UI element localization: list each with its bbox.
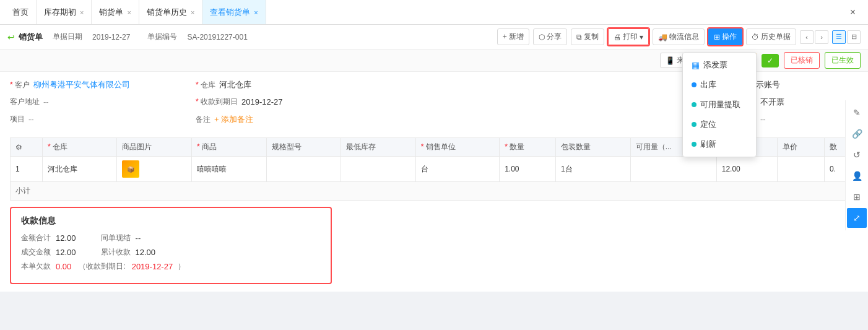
row-pack-qty: 1台 [556,157,631,182]
list-view-icon[interactable]: ☰ [832,30,846,44]
tab-home[interactable]: 首页 [5,0,37,24]
col-warehouse: 仓库 [42,138,117,157]
tab-inventory-close[interactable]: × [80,9,84,16]
row-current: 12.00 [716,157,777,182]
voided-button[interactable]: 已核销 [784,52,820,69]
operation-button[interactable]: ⊞ 操作 [708,28,742,45]
operation-dropdown: ▦ 添发票 出库 可用量提取 定位 刷新 [682,52,757,157]
grid-icon: ⊞ [714,33,720,41]
copy-icon: ⧉ [576,33,582,41]
arrears-date: 2019-12-27 [132,262,173,271]
subtotal-row: 小计 [11,182,858,201]
tab-view-sales-close[interactable]: × [254,9,258,16]
tab-view-sales[interactable]: 查看销货单 × [202,0,266,24]
tab-inventory-label: 库存期初 [44,7,76,18]
refresh-item[interactable]: 刷新 [683,134,756,154]
arrears-suffix: （收款到期日: [79,261,125,272]
expand-sidebar-icon[interactable]: ⤢ [847,208,867,228]
tab-inventory[interactable]: 库存期初 × [37,0,92,24]
link-sidebar-icon[interactable]: 🔗 [847,124,867,144]
subtotal-label: 小计 [11,182,858,201]
payment-title: 收款信息 [21,215,321,227]
address-field: 客户地址 -- [10,97,146,107]
cumulative-field: 累计收款 12.00 [101,247,156,258]
tab-sales-history-label: 销货单历史 [147,7,187,18]
edit-sidebar-icon[interactable]: ✎ [847,103,867,123]
row-warehouse: 河北仓库 [42,157,117,182]
total-label: 金额合计 [21,233,51,243]
grid-view-icon[interactable]: ⊟ [847,30,861,44]
col-price: 单价 [778,138,825,157]
add-invoice-item[interactable]: ▦ 添发票 [683,55,756,75]
project-value: -- [28,115,34,124]
table-sidebar-icon[interactable]: ⊞ [847,187,867,207]
row-available [630,157,716,182]
available-qty-item[interactable]: 可用量提取 [683,95,756,115]
next-arrow[interactable]: › [815,30,828,44]
tab-sales-close[interactable]: × [127,9,131,16]
printer-icon: 🖨 [614,33,621,41]
warehouse-label: 仓库 [196,80,215,90]
tab-view-sales-label: 查看销货单 [210,7,250,18]
tab-sales-history[interactable]: 销货单历史 × [139,0,202,24]
customer-field: 客户 柳州粤港平安气体有限公司 [10,79,146,90]
logistics-button[interactable]: 🚚 物流信息 [653,28,705,45]
history-button[interactable]: ⏱ 历史单据 [746,28,796,45]
date-value: 2019-12-27 [92,33,130,41]
date-label: 单据日期 [53,32,82,42]
layout-icons: ☰ ⊟ [832,30,861,44]
arrears-end: ） [178,261,185,272]
row-unit: 台 [415,157,499,182]
col-settings[interactable]: ⚙ [11,138,43,157]
effect-button[interactable]: 已生效 [825,52,861,69]
copy-button[interactable]: ⧉ 复制 [571,28,604,45]
project-field: 项目 -- [10,114,146,124]
rotate-sidebar-icon[interactable]: ↺ [847,145,867,165]
refresh-dot-icon [692,142,697,147]
col-image: 商品图片 [117,138,192,157]
warehouse-field: 仓库 河北仓库 [196,79,332,90]
due-date-label: 收款到期日 [196,97,238,107]
tab-sales[interactable]: 销货单 × [92,0,139,24]
right-sidebar: ✎ 🔗 ↺ 👤 ⊞ ⤢ [845,100,868,230]
doc-title-section: ↩ 销货单 [7,32,43,43]
number-value: SA-20191227-001 [187,33,247,41]
customer-label: 客户 [10,80,30,90]
col-unit: 销售单位 [415,138,499,157]
window-close-button[interactable]: × [843,7,863,18]
payment-info-box: 收款信息 金额合计 12.00 同单现结 -- 成交金额 12.00 累计收款 … [10,207,332,284]
col-product: 商品 [192,138,267,157]
same-order-value: -- [136,233,141,243]
tab-sales-label: 销货单 [99,7,123,18]
same-order-label: 同单现结 [101,233,131,243]
confirm-button[interactable]: ✓ [762,54,779,67]
tab-bar: 首页 库存期初 × 销货单 × 销货单历史 × 查看销货单 × × [0,0,868,25]
ship-item[interactable]: 出库 [683,75,756,95]
locate-dot-icon [692,122,697,127]
same-order-field: 同单现结 -- [101,233,141,243]
tab-sales-history-close[interactable]: × [191,9,194,16]
locate-item[interactable]: 定位 [683,115,756,134]
total-field: 金额合计 12.00 [21,233,76,243]
prev-arrow[interactable]: ‹ [800,30,814,44]
add-button[interactable]: + 新增 [497,28,529,45]
doc-name-label: 销货单 [19,32,43,43]
print-chevron-icon: ▾ [640,33,643,41]
address-label: 客户地址 [10,97,40,107]
row-product: 嘻嘻嘻嘻 [192,157,267,182]
table-row: 1 河北仓库 📦 嘻嘻嘻嘻 台 1.00 1台 12.00 0. [11,157,858,182]
customer-value[interactable]: 柳州粤港平安气体有限公司 [33,79,130,90]
share-button[interactable]: ⬡ 分享 [533,28,567,45]
arrears-label: 本单欠款 [21,261,51,272]
row-price [778,157,825,182]
settings-icon: ⚙ [15,143,22,152]
number-label: 单据编号 [147,32,177,42]
due-date-value: 2019-12-27 [241,97,283,106]
user-sidebar-icon[interactable]: 👤 [847,166,867,186]
history-icon: ⏱ [752,33,759,41]
tab-home-label: 首页 [12,7,28,18]
ship-dot-icon [692,82,697,87]
add-note-button[interactable]: + 添加备注 [214,114,253,125]
print-button[interactable]: 🖨 打印 ▾ [608,28,649,45]
col-min-stock: 最低库存 [341,138,416,157]
